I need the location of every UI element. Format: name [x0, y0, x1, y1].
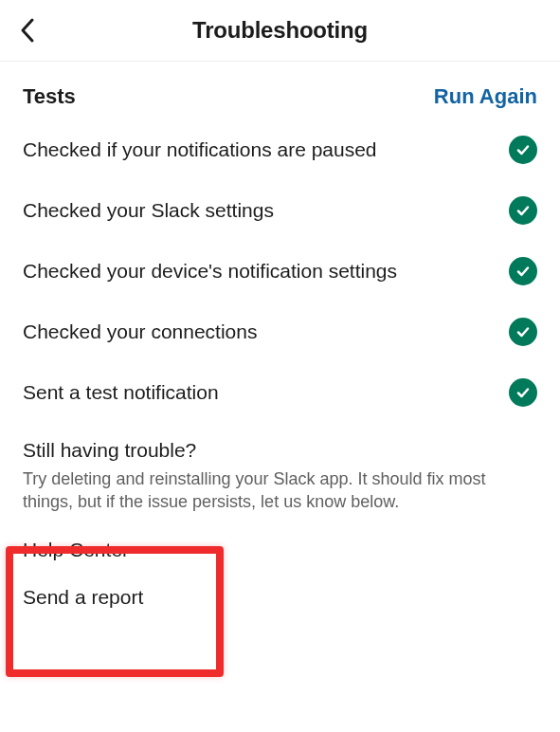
content-area: Tests Run Again Checked if your notifica…	[0, 62, 560, 514]
trouble-section: Still having trouble? Try deleting and r…	[23, 439, 537, 514]
trouble-title: Still having trouble?	[23, 439, 537, 462]
test-row: Sent a test notification	[23, 378, 537, 407]
trouble-description: Try deleting and reinstalling your Slack…	[23, 467, 537, 514]
check-icon	[509, 136, 537, 164]
test-label: Checked if your notifications are paused	[23, 138, 377, 161]
help-center-link[interactable]: Help Center	[23, 539, 560, 561]
test-row: Checked your device's notification setti…	[23, 257, 537, 285]
check-icon	[509, 196, 537, 225]
tests-header-row: Tests Run Again	[23, 84, 537, 109]
test-label: Checked your connections	[23, 320, 257, 343]
page-header: Troubleshooting	[0, 0, 560, 62]
test-label: Sent a test notification	[23, 381, 219, 404]
page-title: Troubleshooting	[19, 17, 541, 44]
test-label: Checked your device's notification setti…	[23, 260, 397, 283]
test-row: Checked if your notifications are paused	[23, 136, 537, 164]
check-icon	[509, 257, 537, 285]
send-report-link[interactable]: Send a report	[23, 586, 560, 609]
check-icon	[509, 318, 537, 346]
test-row: Checked your connections	[23, 318, 537, 346]
check-icon	[509, 378, 537, 407]
test-row: Checked your Slack settings	[23, 196, 537, 225]
test-label: Checked your Slack settings	[23, 199, 274, 222]
tests-label: Tests	[23, 84, 76, 109]
links-section: Help Center Send a report	[0, 539, 560, 609]
run-again-button[interactable]: Run Again	[434, 84, 537, 109]
chevron-left-icon	[19, 17, 36, 44]
back-button[interactable]	[19, 17, 36, 44]
